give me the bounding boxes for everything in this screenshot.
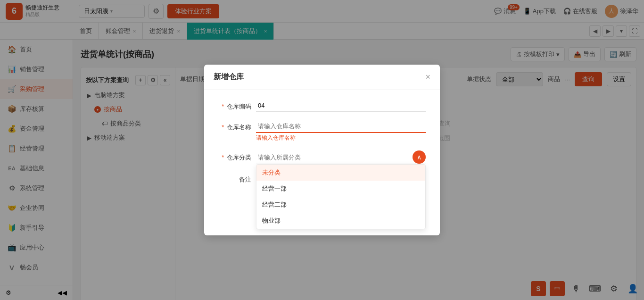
dropdown-item-dept2[interactable]: 经营二部 (256, 197, 425, 213)
category-arrow-btn[interactable]: ∧ (413, 150, 426, 164)
code-control-wrap (256, 100, 426, 112)
dropdown-item-dept1[interactable]: 经营一部 (256, 181, 425, 197)
category-control-wrap: ∧ 未分类 经营一部 经营二部 物业部 (256, 150, 426, 164)
dropdown-item-property[interactable]: 物业部 (256, 213, 425, 229)
add-warehouse-modal: 新增仓库 × * 仓库编码 * 仓库名称 (204, 65, 440, 235)
category-dropdown: 未分类 经营一部 经营二部 物业部 (256, 164, 426, 229)
category-input[interactable] (256, 151, 413, 163)
name-error-msg: 请输入仓库名称 (256, 134, 426, 142)
modal-title: 新增仓库 (214, 72, 244, 82)
modal-header: 新增仓库 × (204, 65, 440, 90)
notes-label: 备注 (218, 173, 256, 184)
required-star-cat: * (222, 154, 224, 161)
category-input-wrap: ∧ (256, 150, 426, 164)
form-row-code: * 仓库编码 (218, 100, 426, 112)
name-control-wrap: 请输入仓库名称 (256, 120, 426, 142)
name-label: * 仓库名称 (218, 120, 256, 132)
modal-overlay[interactable]: 新增仓库 × * 仓库编码 * 仓库名称 (0, 0, 644, 300)
required-star: * (222, 103, 224, 110)
modal-body: * 仓库编码 * 仓库名称 请输入仓库名称 (204, 90, 440, 210)
category-label: * 仓库分类 (218, 150, 256, 162)
modal-close-button[interactable]: × (425, 72, 430, 82)
required-star-name: * (222, 124, 224, 131)
form-row-name: * 仓库名称 请输入仓库名称 (218, 120, 426, 142)
form-row-category: * 仓库分类 ∧ 未分类 经营一部 经营二部 物业部 (218, 150, 426, 164)
code-label: * 仓库编码 (218, 100, 256, 111)
name-input[interactable] (256, 120, 426, 133)
dropdown-item-uncategorized[interactable]: 未分类 (256, 165, 425, 181)
code-input[interactable] (256, 100, 426, 112)
